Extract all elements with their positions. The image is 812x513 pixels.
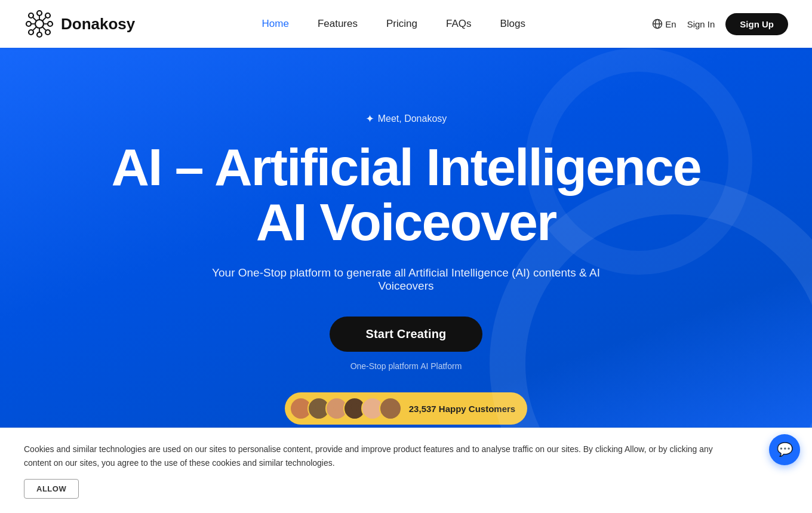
svg-point-29 [367,410,379,419]
allow-button[interactable]: ALLOW [24,479,79,499]
signup-button[interactable]: Sign Up [725,13,788,35]
hero-title: AI – Artificial Intelligence AI Voiceove… [111,140,700,250]
hero-subtitle: Your One-Stop platform to generate all A… [197,266,615,293]
hero-title-line2: AI Voiceover [256,192,556,251]
start-creating-button[interactable]: Start Creating [330,317,482,352]
nav-right: En Sign In Sign Up [652,13,788,35]
svg-point-4 [48,21,53,26]
svg-point-28 [369,403,377,411]
logo-icon [24,8,55,39]
globe-icon [652,19,663,29]
svg-point-2 [37,32,42,37]
nav-features[interactable]: Features [318,18,358,29]
svg-point-25 [331,410,343,419]
svg-point-26 [351,403,359,411]
svg-point-8 [29,30,33,35]
cookie-banner: Cookies and similar technologies are use… [0,428,812,513]
svg-point-21 [295,410,307,419]
svg-point-3 [26,21,31,26]
svg-point-5 [29,13,33,18]
hero-title-line1: AI – Artificial Intelligence [111,137,700,196]
svg-point-0 [35,20,44,28]
svg-line-13 [33,18,37,21]
svg-point-7 [45,13,50,18]
avatar-6 [379,397,402,420]
nav-pricing[interactable]: Pricing [386,18,417,29]
nav-home[interactable]: Home [262,18,289,29]
navbar: Donakosy Home Features Pricing FAQs Blog… [0,0,812,48]
chat-widget[interactable]: 💬 [769,434,800,465]
signin-button[interactable]: Sign In [687,19,715,29]
svg-line-15 [42,18,46,21]
svg-point-27 [349,410,361,419]
svg-point-24 [333,403,341,411]
svg-point-22 [315,403,323,411]
logo-link[interactable]: Donakosy [24,8,135,39]
customer-avatars [290,397,402,420]
svg-line-16 [33,27,37,30]
customers-badge: 23,537 Happy Customers [285,392,527,425]
platform-label: One-Stop platform AI Platform [350,361,462,371]
lang-label: En [665,19,676,29]
language-button[interactable]: En [652,19,676,29]
svg-point-23 [313,410,325,419]
svg-point-20 [297,403,305,411]
svg-point-31 [385,410,396,419]
sparkle-icon: ✦ [365,112,374,125]
nav-links: Home Features Pricing FAQs Blogs [262,18,525,30]
logo-text: Donakosy [61,15,135,33]
svg-point-30 [387,403,395,411]
svg-point-6 [45,30,50,35]
meet-label: Meet, Donakosy [378,113,447,124]
customers-count: 23,537 Happy Customers [409,404,515,414]
svg-point-1 [37,11,42,16]
svg-line-14 [42,27,46,30]
cookie-text: Cookies and similar technologies are use… [24,443,740,469]
nav-blogs[interactable]: Blogs [500,18,525,29]
meet-badge: ✦ Meet, Donakosy [365,112,447,125]
chat-icon: 💬 [777,442,793,457]
nav-faqs[interactable]: FAQs [446,18,472,29]
